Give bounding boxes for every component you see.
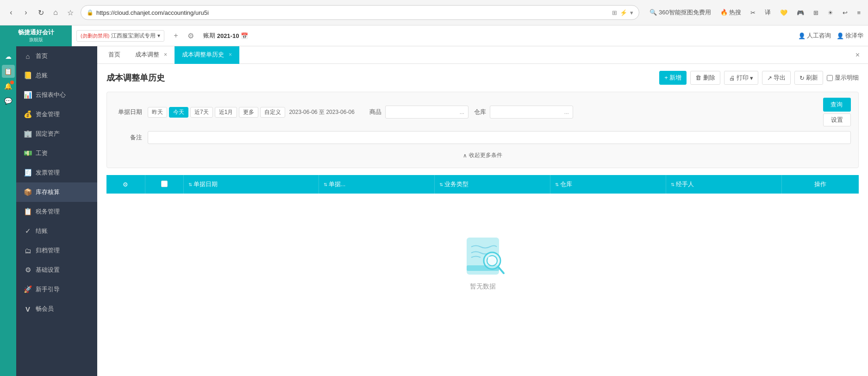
col-operator-header[interactable]: ⇅ 经手人 <box>666 175 781 194</box>
goods-filter: 商品 ... <box>369 106 468 119</box>
tab-cost-adjust-close[interactable]: × <box>164 51 167 58</box>
add-tab-button[interactable]: + <box>169 29 182 42</box>
calendar-icon[interactable]: 📅 <box>241 32 248 39</box>
avatar: 👤 <box>837 32 844 39</box>
sidebar-item-guide[interactable]: 🚀 新手引导 <box>16 280 97 299</box>
forward-button[interactable]: › <box>19 6 32 19</box>
chevron-down-icon[interactable]: ▾ <box>630 9 633 16</box>
consult-button[interactable]: 👤 人工咨询 <box>798 31 831 40</box>
wallet-icon[interactable]: 💛 <box>777 7 790 18</box>
left-icon-3[interactable]: 🔔 <box>2 80 15 93</box>
sidebar-item-archive[interactable]: 🗂 归档管理 <box>16 241 97 260</box>
new-button[interactable]: + 新增 <box>659 71 687 85</box>
empty-state-illustration <box>460 231 511 282</box>
translate-icon[interactable]: 译 <box>762 6 774 19</box>
date-btn-more[interactable]: 更多 <box>239 107 258 118</box>
empty-text: 暂无数据 <box>470 282 496 291</box>
tab-cost-adjust-history-close[interactable]: × <box>229 51 232 58</box>
col-date-header[interactable]: ⇅ 单据日期 <box>184 175 319 194</box>
query-button[interactable]: 查询 <box>823 98 851 112</box>
sidebar-item-member[interactable]: V 畅会员 <box>16 299 97 319</box>
left-icon-4[interactable]: 💬 <box>2 94 15 107</box>
app-header: 畅捷通好会计 旗舰版 (勿删勿禁用) 江西服宝测试专用 ▾ + ⚙ 账期 202… <box>0 25 868 46</box>
undo-icon[interactable]: ↩ <box>840 7 850 18</box>
hot-search-btn[interactable]: 🔥 热搜 <box>718 6 744 19</box>
delete-button[interactable]: 🗑 删除 <box>690 71 720 85</box>
date-btn-yesterday[interactable]: 昨天 <box>148 107 167 118</box>
content-area: 首页 成本调整 × 成本调整单历史 × × 成本调整单历史 + 新增 🗑 删除 <box>97 46 868 376</box>
back-button[interactable]: ‹ <box>5 6 18 19</box>
archive-icon: 🗂 <box>24 247 32 255</box>
star-button[interactable]: ☆ <box>64 6 77 19</box>
company-name-text: 江西服宝测试专用 <box>111 32 156 40</box>
tab-cost-adjust[interactable]: 成本调整 × <box>128 46 175 64</box>
sidebar-label-assets: 固定资产 <box>36 130 60 138</box>
company-selector[interactable]: (勿删勿禁用) 江西服宝测试专用 ▾ <box>76 30 164 42</box>
display-checkbox-input[interactable] <box>827 75 833 81</box>
left-icon-2[interactable]: 📋 <box>2 65 15 78</box>
sidebar-item-funds[interactable]: 💰 资金管理 <box>16 105 97 124</box>
sidebar-item-settings[interactable]: ⚙ 基础设置 <box>16 260 97 280</box>
address-bar[interactable]: 🔒 https://cloud.chanjet.com/accounting/u… <box>81 5 639 20</box>
data-table: ⚙ ⇅ 单据日期 ⇅ 单据... <box>106 175 859 328</box>
refresh-button[interactable]: ↻ 刷新 <box>794 71 823 85</box>
sidebar-item-payroll[interactable]: 💵 工资 <box>16 144 97 163</box>
warehouse-selector[interactable]: ... <box>490 106 573 119</box>
collapse-label: 收起更多条件 <box>469 151 502 159</box>
home-button[interactable]: ⌂ <box>49 6 62 19</box>
sidebar-item-reports[interactable]: 📊 云报表中心 <box>16 85 97 105</box>
ledger-icon: 📒 <box>24 71 32 80</box>
sidebar-item-assets[interactable]: 🏢 固定资产 <box>16 124 97 144</box>
print-button[interactable]: 🖨 🖨 打印 打印 ▾ <box>724 71 758 85</box>
select-all-checkbox[interactable] <box>161 181 168 187</box>
export-button[interactable]: ↗ 导出 <box>762 71 791 85</box>
tabs-bar: 首页 成本调整 × 成本调整单历史 × × <box>97 46 868 64</box>
scissors-icon[interactable]: ✂ <box>748 7 758 18</box>
print-dropdown[interactable]: ▾ <box>750 75 753 81</box>
query-buttons: 查询 设置 <box>823 98 851 126</box>
remarks-input[interactable] <box>148 131 851 144</box>
date-btn-custom[interactable]: 自定义 <box>260 107 285 118</box>
sidebar-item-ledger[interactable]: 📒 总账 <box>16 66 97 85</box>
sidebar-item-home[interactable]: ⌂ 首页 <box>16 46 97 66</box>
col-settings-header[interactable]: ⚙ <box>106 175 145 194</box>
sidebar-item-inventory[interactable]: 📦 库存核算 <box>16 182 97 202</box>
browser-right-buttons: 🔍 360智能抠图免费用 🔥 热搜 ✂ 译 💛 🎮 ⊞ ☀ ↩ ≡ <box>647 6 863 19</box>
grid-icon-top[interactable]: ⊞ <box>811 7 821 18</box>
user-button[interactable]: 👤 徐泽华 <box>837 31 863 40</box>
date-btn-7days[interactable]: 近7天 <box>190 107 213 118</box>
left-icon-1[interactable]: ☁ <box>2 50 15 63</box>
settings-header-icon[interactable]: ⚙ <box>187 31 194 40</box>
search-btn[interactable]: 🔍 360智能抠图免费用 <box>647 6 713 19</box>
left-icon-bar: ☁ 📋 🔔 💬 <box>0 46 16 376</box>
sidebar-item-tax[interactable]: 📋 税务管理 <box>16 202 97 221</box>
goods-selector[interactable]: ... <box>385 106 468 119</box>
sun-icon[interactable]: ☀ <box>825 7 836 18</box>
menu-icon[interactable]: ≡ <box>854 7 863 18</box>
col-voucher-header[interactable]: ⇅ 单据... <box>318 175 434 194</box>
settings-filter-button[interactable]: 设置 <box>823 113 851 126</box>
col-type-header[interactable]: ⇅ 业务类型 <box>434 175 550 194</box>
tab-home[interactable]: 首页 <box>101 46 128 64</box>
col-warehouse-header[interactable]: ⇅ 仓库 <box>550 175 666 194</box>
col-checkbox-header[interactable] <box>145 175 183 194</box>
collapse-row[interactable]: ∧ 收起更多条件 <box>114 149 851 162</box>
sort-icon-voucher: ⇅ <box>324 182 329 187</box>
sidebar: ⌂ 首页 📒 总账 📊 云报表中心 💰 资金管理 🏢 固定资产 💵 工资 🧾 发… <box>16 46 97 376</box>
period-value: 2021-10 <box>217 32 239 39</box>
sort-icon-date: ⇅ <box>188 182 194 187</box>
svg-point-5 <box>488 257 491 259</box>
page-title: 成本调整单历史 <box>106 72 165 83</box>
tab-cost-adjust-history[interactable]: 成本调整单历史 × <box>175 46 239 64</box>
game-icon[interactable]: 🎮 <box>794 7 807 18</box>
sidebar-item-invoices[interactable]: 🧾 发票管理 <box>16 163 97 182</box>
date-btn-1month[interactable]: 近1月 <box>215 107 237 118</box>
sidebar-item-closing[interactable]: ✓ 结账 <box>16 221 97 241</box>
refresh-button[interactable]: ↻ <box>34 6 47 19</box>
sidebar-label-payroll: 工资 <box>36 149 48 157</box>
display-detail-checkbox[interactable]: 显示明细 <box>827 74 859 82</box>
date-btn-today[interactable]: 今天 <box>169 107 188 118</box>
export-icon: ↗ <box>767 75 772 81</box>
close-button-right[interactable]: × <box>851 51 864 59</box>
date-range-text: 2023-06-06 至 2023-06-06 <box>289 108 354 116</box>
